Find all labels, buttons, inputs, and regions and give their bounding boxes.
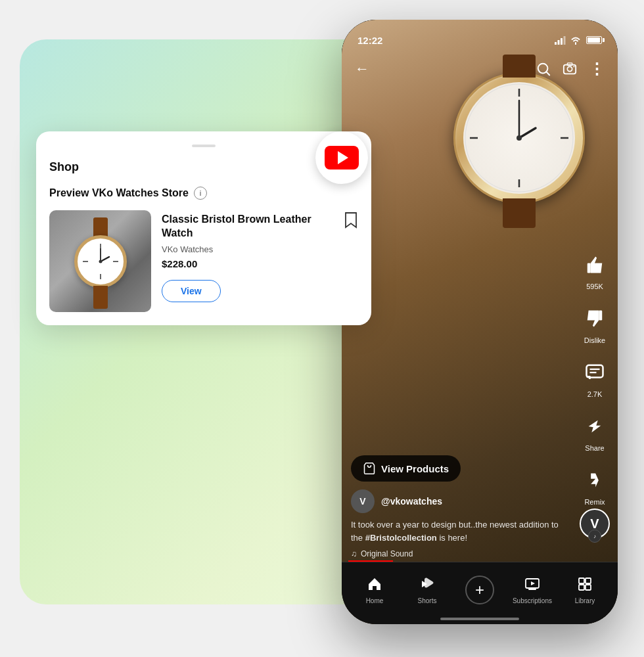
status-icons <box>555 36 602 45</box>
channel-info: V @vkowatches <box>351 489 566 513</box>
home-nav-label: Home <box>366 597 384 604</box>
like-button[interactable]: 595K <box>580 250 610 290</box>
youtube-icon <box>325 146 359 170</box>
product-card: Classic Bristol Brown Leather Watch VKo … <box>49 210 358 312</box>
shop-subtitle-text: Preview VKo Watches Store <box>49 187 189 199</box>
sound-info[interactable]: ♫ Original Sound <box>351 549 566 558</box>
remix-label: Remix <box>584 498 605 506</box>
svg-point-36 <box>99 260 102 263</box>
nav-shorts[interactable]: Shorts <box>407 576 447 604</box>
shop-header: Shop ✕ <box>49 158 358 176</box>
view-products-label: View Products <box>381 463 449 474</box>
view-button[interactable]: View <box>162 280 221 302</box>
share-label: Share <box>585 444 604 452</box>
library-nav-icon <box>577 576 593 595</box>
home-indicator <box>440 618 519 620</box>
nav-home[interactable]: Home <box>355 576 394 604</box>
strap-bottom <box>503 198 536 228</box>
home-accent <box>342 560 618 562</box>
subscriptions-nav-icon <box>524 576 540 595</box>
add-button[interactable]: + <box>465 576 494 604</box>
scene: 12:22 <box>0 0 644 657</box>
youtube-play-icon <box>338 151 348 164</box>
home-accent-line <box>348 560 393 562</box>
watch-case <box>453 72 585 204</box>
product-price: $228.00 <box>162 258 358 269</box>
remix-button[interactable]: Remix <box>580 465 610 506</box>
product-brand: VKo Watches <box>162 244 358 254</box>
svg-rect-20 <box>587 365 603 378</box>
dislike-icon <box>585 309 605 328</box>
battery-icon <box>586 36 602 44</box>
back-button[interactable]: ← <box>355 60 369 78</box>
nav-icons: ⋮ <box>536 61 605 77</box>
product-image <box>49 210 151 312</box>
channel-name: @vkowatches <box>381 496 442 507</box>
product-name: Classic Bristol Brown Leather Watch <box>162 213 344 240</box>
share-button[interactable]: Share <box>580 411 610 452</box>
svg-rect-25 <box>579 578 584 583</box>
comment-button[interactable]: 2.7K <box>580 357 610 398</box>
watch-face <box>463 82 575 194</box>
remix-icon <box>586 471 604 489</box>
svg-rect-10 <box>561 38 563 45</box>
nav-subscriptions[interactable]: Subscriptions <box>513 576 552 604</box>
shorts-nav-icon <box>419 576 435 595</box>
channel-thumbnail[interactable]: V <box>351 489 375 513</box>
more-icon[interactable]: ⋮ <box>589 61 605 77</box>
like-icon <box>585 255 605 275</box>
youtube-bubble[interactable] <box>315 131 368 184</box>
svg-line-6 <box>519 128 536 138</box>
svg-rect-18 <box>587 263 591 273</box>
mini-strap-bottom <box>93 286 108 309</box>
signal-icon <box>555 36 566 45</box>
status-bar: 12:22 <box>342 20 618 53</box>
bottom-nav: Home Shorts + <box>342 562 618 624</box>
desc-end: is here! <box>437 533 467 543</box>
svg-line-13 <box>546 72 549 75</box>
svg-rect-19 <box>599 311 602 321</box>
action-buttons: 595K Dislike <box>580 250 610 506</box>
dislike-button[interactable]: Dislike <box>580 304 610 344</box>
bookmark-icon[interactable] <box>344 212 358 232</box>
like-count: 595K <box>586 283 603 290</box>
channel-avatar-container: V ♪ <box>580 509 610 539</box>
top-nav: ← ⋮ <box>342 53 618 85</box>
share-icon <box>586 417 604 436</box>
svg-rect-11 <box>564 36 566 45</box>
svg-rect-26 <box>586 578 591 583</box>
svg-rect-9 <box>558 40 560 45</box>
subscriptions-nav-label: Subscriptions <box>513 597 552 604</box>
sound-label: Original Sound <box>361 549 413 558</box>
nav-library[interactable]: Library <box>565 576 605 604</box>
phone-screen: 12:22 <box>342 20 618 624</box>
music-icon: ♫ <box>351 549 357 558</box>
camera-icon[interactable] <box>563 62 577 76</box>
comment-icon <box>585 363 605 382</box>
mini-strap-top <box>93 217 108 237</box>
dislike-label: Dislike <box>584 336 605 344</box>
shop-subtitle: Preview VKo Watches Store i <box>49 187 358 200</box>
watch-display <box>453 72 598 217</box>
info-icon[interactable]: i <box>194 187 207 200</box>
nav-add[interactable]: + <box>460 576 499 604</box>
mini-watch-face <box>74 235 127 288</box>
bottom-overlay: View Products V @vkowatches It took over… <box>342 455 575 558</box>
svg-point-16 <box>573 66 574 67</box>
hashtag[interactable]: #Bristolcollection <box>365 533 437 543</box>
shop-title: Shop <box>49 160 79 174</box>
shorts-nav-label: Shorts <box>418 597 437 604</box>
status-time: 12:22 <box>357 35 382 46</box>
video-description: It took over a year to design but..the n… <box>351 518 566 544</box>
svg-point-7 <box>517 135 522 141</box>
comment-count: 2.7K <box>587 390 603 398</box>
channel-avatar[interactable]: V ♪ <box>580 509 610 539</box>
home-nav-icon <box>367 576 382 595</box>
library-nav-label: Library <box>575 597 595 604</box>
search-icon[interactable] <box>536 62 551 76</box>
drag-handle[interactable] <box>192 145 216 147</box>
product-info: Classic Bristol Brown Leather Watch VKo … <box>162 210 358 302</box>
svg-rect-8 <box>555 42 557 45</box>
view-products-button[interactable]: View Products <box>351 455 461 482</box>
bag-icon <box>363 462 376 475</box>
